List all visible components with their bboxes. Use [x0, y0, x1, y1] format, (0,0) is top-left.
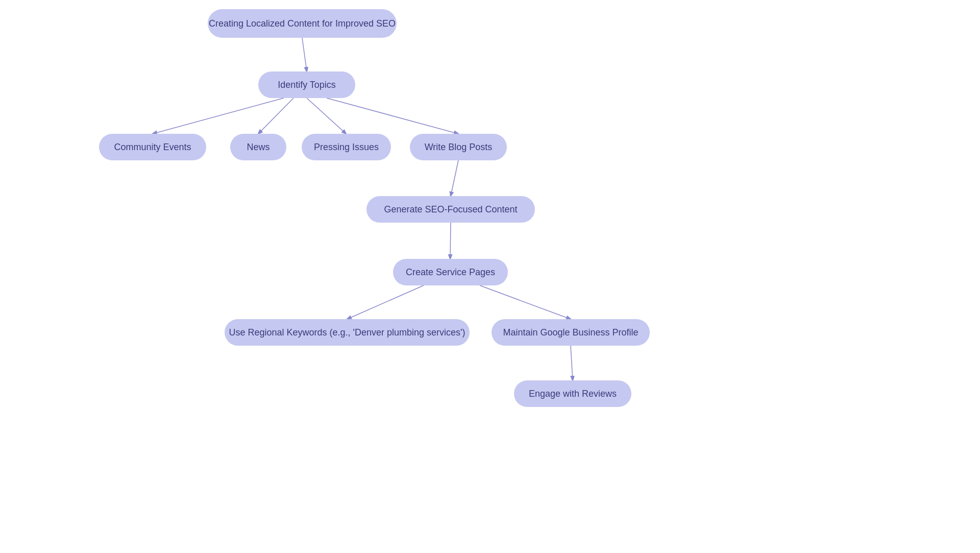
write-blog-posts-node: Write Blog Posts [410, 134, 507, 160]
svg-line-8 [480, 285, 571, 319]
svg-line-5 [451, 160, 458, 196]
svg-line-7 [347, 285, 424, 319]
root-node: Creating Localized Content for Improved … [208, 9, 397, 38]
svg-line-3 [307, 98, 346, 134]
diagram-container: Creating Localized Content for Improved … [0, 0, 980, 553]
pressing-issues-node: Pressing Issues [302, 134, 391, 160]
identify-topics-node: Identify Topics [258, 71, 355, 98]
svg-line-6 [450, 223, 451, 259]
google-business-node: Maintain Google Business Profile [492, 319, 650, 346]
community-events-node: Community Events [99, 134, 206, 160]
svg-line-1 [153, 98, 284, 134]
generate-seo-node: Generate SEO-Focused Content [366, 196, 535, 223]
svg-line-4 [327, 98, 458, 134]
svg-line-2 [258, 98, 293, 134]
regional-keywords-node: Use Regional Keywords (e.g., 'Denver plu… [225, 319, 470, 346]
svg-line-0 [302, 38, 307, 71]
news-node: News [230, 134, 286, 160]
engage-reviews-node: Engage with Reviews [514, 380, 631, 407]
svg-line-9 [571, 346, 573, 380]
create-service-pages-node: Create Service Pages [393, 259, 508, 285]
